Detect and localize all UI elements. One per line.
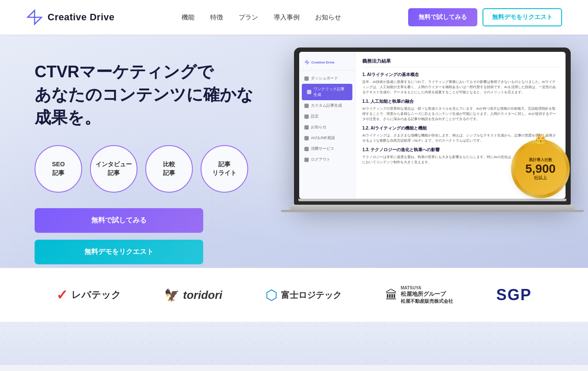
app-sidebar-dashboard[interactable]: ダッシュボード: [299, 73, 355, 84]
levatech-icon: ✓: [56, 287, 68, 303]
laptop-notch: [298, 199, 566, 201]
bottom-decorative: [0, 322, 588, 365]
app-section-1-1-text: AIライティングの世界的な場合は、様々な形成スタイルを含んでいます。AIが持つ深…: [362, 106, 559, 122]
circle-comparison[interactable]: 比較記事: [145, 145, 193, 193]
matsuya-label: MATSUYA: [401, 285, 453, 290]
header-buttons: 無料で試してみる 無料デモをリクエスト: [408, 8, 562, 26]
hero-btn-group: 無料で試してみる 無料デモをリクエスト: [35, 208, 203, 264]
hero-title: CTVRマーケティングで あなたのコンテンツに確かな成果を。: [35, 60, 259, 130]
logo-fuji: ⬡ 富士ロジテック: [265, 287, 342, 303]
logo-sgp: SGP: [496, 286, 532, 304]
app-section-1-1-heading: 1.1. 人工知能と執筆の融合: [362, 98, 559, 105]
logo-levatech: ✓ レバテック: [56, 287, 121, 303]
badge-number: 5,900: [525, 163, 556, 175]
nav-link-cases[interactable]: 導入事例: [274, 13, 300, 22]
matsuya-text-group: MATSUYA 松屋地所グループ 松屋不動産販売株式会社: [401, 285, 453, 304]
app-section-1-heading: 1. AIライティングの基本概念: [362, 72, 559, 78]
app-sidebar-logout[interactable]: ログアウト: [299, 154, 355, 165]
logo[interactable]: Creative Drive: [26, 9, 115, 26]
levatech-text: レバテック: [71, 289, 121, 301]
nav-link-characteristics[interactable]: 特徴: [210, 13, 223, 22]
logos-section: ✓ レバテック 🦅 toridori ⬡ 富士ロジテック 🏛 MATSUYA 松…: [0, 268, 588, 322]
hero-section: CTVRマーケティングで あなたのコンテンツに確かな成果を。 SEO記事 インタ…: [0, 35, 588, 268]
hero-trial-button[interactable]: 無料で試してみる: [35, 208, 203, 233]
badge-label-bottom: 社以上: [534, 175, 547, 181]
header: Creative Drive 機能 特徴 プラン 導入事例 お知らせ 無料で試し…: [0, 0, 588, 35]
crown-icon: 👑: [535, 133, 546, 145]
nav-link-plans[interactable]: プラン: [239, 13, 258, 22]
header-demo-button[interactable]: 無料デモをリクエスト: [483, 8, 562, 26]
fuji-text: 富士ロジテック: [281, 289, 342, 301]
app-sidebar-settings[interactable]: 設定: [299, 111, 355, 122]
header-trial-button[interactable]: 無料で試してみる: [408, 8, 477, 26]
app-sidebar-custom[interactable]: カスタム記事生成: [299, 100, 355, 111]
hero-content: CTVRマーケティングで あなたのコンテンツに確かな成果を。 SEO記事 インタ…: [35, 60, 259, 264]
app-sidebar-service[interactable]: 消費サービス: [299, 143, 355, 154]
laptop-mockup: Creative Drive ダッシュボード ワンクリック記事生成 カ: [294, 48, 571, 212]
logo-toridori: 🦅 toridori: [164, 288, 222, 302]
laptop-base: [290, 205, 575, 210]
sgp-text: SGP: [496, 286, 532, 304]
circle-seo[interactable]: SEO記事: [35, 145, 82, 193]
logo-icon: [26, 9, 43, 26]
matsuya-name1: 松屋地所グループ: [401, 290, 453, 298]
nav-link-news[interactable]: お知らせ: [315, 13, 341, 22]
hero-circles: SEO記事 インタビュー記事 比較記事 記事リライト: [35, 145, 259, 193]
laptop-foot: [281, 210, 584, 212]
app-sidebar: Creative Drive ダッシュボード ワンクリック記事生成 カ: [299, 52, 355, 199]
app-section-1-2-heading: 1.2. AIライティングの機能と機能: [362, 125, 559, 131]
app-section-1: 1. AIライティングの基本概念 近年、AI技術が急速に発展するにつれて、ライテ…: [362, 72, 559, 95]
app-section-1-2: 1.2. AIライティングの機能と機能 AIライティングは、さまざまな強機な機能…: [362, 125, 559, 143]
app-sidebar-oneclick[interactable]: ワンクリック記事生成: [302, 84, 352, 100]
toridori-icon: 🦅: [164, 288, 179, 302]
app-sidebar-news[interactable]: お知らせ: [299, 122, 355, 133]
matsuya-name2: 松屋不動産販売株式会社: [401, 298, 453, 304]
badge-container: 👑 累計導入社数 5,900 社以上: [514, 143, 566, 195]
app-sidebar-line[interactable]: AIのLINE相談: [299, 133, 355, 143]
svg-marker-1: [35, 17, 42, 24]
nav-link-features[interactable]: 機能: [182, 13, 195, 22]
svg-marker-3: [305, 60, 307, 62]
circle-interview[interactable]: インタビュー記事: [90, 145, 137, 193]
app-sidebar-logo: Creative Drive: [299, 56, 355, 70]
app-section-1-text: 近年、AI技術が急速に発展するにつれて、ライティング業務においてもその影響は無視…: [362, 79, 559, 95]
toridori-text: toridori: [183, 289, 222, 302]
app-section-1-1: 1.1. 人工知能と執筆の融合 AIライティングの世界的な場合は、様々な形成スタ…: [362, 98, 559, 122]
matsuya-icon: 🏛: [385, 288, 397, 302]
logo-matsuya: 🏛 MATSUYA 松屋地所グループ 松屋不動産販売株式会社: [385, 285, 453, 304]
fuji-icon: ⬡: [265, 287, 278, 303]
svg-marker-4: [307, 62, 309, 64]
hero-demo-button[interactable]: 無料デモをリクエスト: [35, 240, 203, 264]
logo-text: Creative Drive: [48, 12, 115, 23]
circle-rewrite[interactable]: 記事リライト: [201, 145, 248, 193]
app-main-title: 義務法力結果: [362, 58, 559, 67]
svg-marker-0: [28, 10, 35, 17]
nav: 機能 特徴 プラン 導入事例 お知らせ: [182, 13, 341, 22]
achievement-badge: 👑 累計導入社数 5,900 社以上: [514, 143, 566, 195]
